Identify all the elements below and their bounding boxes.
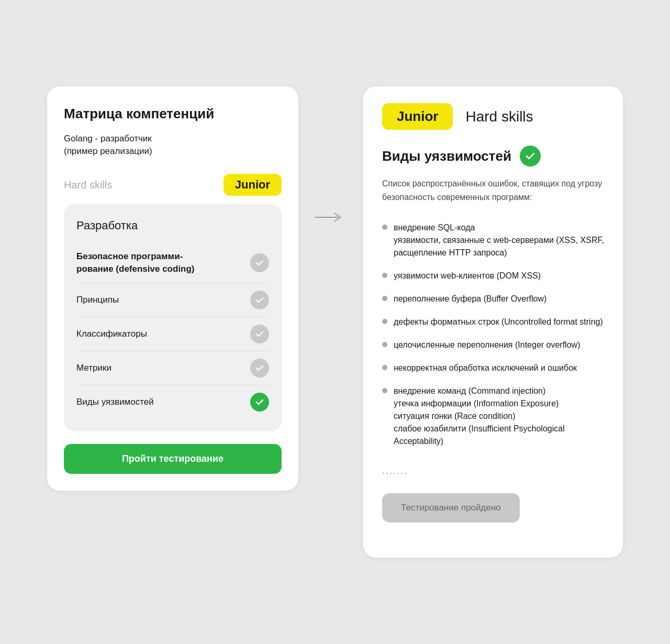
right-header: Junior Hard skills — [382, 103, 604, 130]
arrow-icon — [315, 202, 347, 233]
vuln-text-7: внедрение команд (Command injection)утеч… — [394, 385, 604, 448]
bullet-dot — [382, 388, 387, 393]
dots-text: ....... — [382, 465, 604, 476]
skill-item-3: Классификаторы — [76, 317, 269, 351]
check-circle-4 — [250, 359, 269, 377]
card-title: Матрица компетенций — [64, 105, 282, 123]
check-circle-3 — [250, 325, 269, 343]
skill-name-1: Безопасное программи-рование (defensive … — [76, 250, 195, 275]
list-item: некорректная обработка исключений и ошиб… — [382, 357, 604, 380]
check-icon-1 — [255, 258, 264, 268]
section-title: Разработка — [76, 219, 269, 232]
hard-skills-title: Hard skills — [465, 108, 533, 125]
skill-item-5: Виды уязвимостей — [76, 385, 269, 419]
bullet-dot — [382, 225, 387, 230]
list-item: целочисленные переполнения (Integer over… — [382, 334, 604, 357]
skills-header: Hard skills Junior — [64, 174, 282, 196]
vuln-text-4: дефекты форматных строк (Uncontrolled fo… — [394, 316, 603, 328]
bullet-dot — [382, 365, 387, 370]
right-card: Junior Hard skills Виды уязвимостей Спис… — [363, 86, 623, 558]
check-icon-3 — [255, 329, 264, 339]
left-card: Матрица компетенций Golang - разработчик… — [47, 86, 298, 491]
bullet-dot — [382, 342, 387, 347]
main-container: Матрица компетенций Golang - разработчик… — [47, 86, 623, 558]
skill-name-5: Виды уязвимостей — [76, 396, 154, 408]
bullet-dot — [382, 319, 387, 324]
topic-title: Виды уязвимостей — [382, 148, 511, 164]
list-item: переполнение буфера (Buffer Overflow) — [382, 287, 604, 310]
vulnerability-list: внедрение SQL-кодауязвимости, связанные … — [382, 216, 604, 453]
vuln-text-5: целочисленные переполнения (Integer over… — [394, 339, 580, 351]
skill-name-2: Принципы — [76, 294, 119, 306]
topic-check-icon — [524, 150, 536, 162]
vuln-text-1: внедрение SQL-кодауязвимости, связанные … — [394, 221, 604, 259]
section-card: Разработка Безопасное программи-рование … — [64, 204, 282, 431]
check-icon-2 — [255, 295, 264, 305]
skill-item-1: Безопасное программи-рование (defensive … — [76, 243, 269, 283]
topic-check-green — [520, 146, 541, 166]
arrow-connector — [315, 86, 347, 233]
list-item: дефекты форматных строк (Uncontrolled fo… — [382, 310, 604, 334]
list-item: внедрение команд (Command injection)утеч… — [382, 380, 604, 453]
topic-description: Список распространённых ошибок, ставящих… — [382, 177, 604, 204]
check-circle-5 — [250, 393, 269, 412]
skill-item-2: Принципы — [76, 283, 269, 317]
list-item: внедрение SQL-кодауязвимости, связанные … — [382, 216, 604, 264]
skill-name-3: Классификаторы — [76, 328, 147, 340]
junior-badge-right: Junior — [382, 103, 453, 130]
check-circle-1 — [250, 253, 269, 272]
skill-name-4: Метрики — [76, 362, 111, 374]
test-button[interactable]: Пройти тестирование — [64, 444, 282, 474]
skills-label: Hard skills — [64, 179, 112, 191]
vuln-text-6: некорректная обработка исключений и ошиб… — [394, 362, 577, 374]
card-subtitle: Golang - разработчик(пример реализации) — [64, 132, 282, 158]
test-passed-button[interactable]: Тестирование пройдено — [382, 493, 520, 523]
bullet-dot — [382, 296, 387, 301]
junior-badge-left: Junior — [224, 174, 282, 196]
list-item: уязвимости web-клиентов (DOM XSS) — [382, 264, 604, 287]
check-circle-2 — [250, 291, 269, 309]
topic-header: Виды уязвимостей — [382, 146, 604, 166]
bullet-dot — [382, 273, 387, 278]
vuln-text-2: уязвимости web-клиентов (DOM XSS) — [394, 270, 541, 282]
vuln-text-3: переполнение буфера (Buffer Overflow) — [394, 293, 546, 305]
skill-item-4: Метрики — [76, 351, 269, 385]
check-icon-4 — [255, 363, 264, 373]
check-icon-5 — [255, 397, 264, 407]
